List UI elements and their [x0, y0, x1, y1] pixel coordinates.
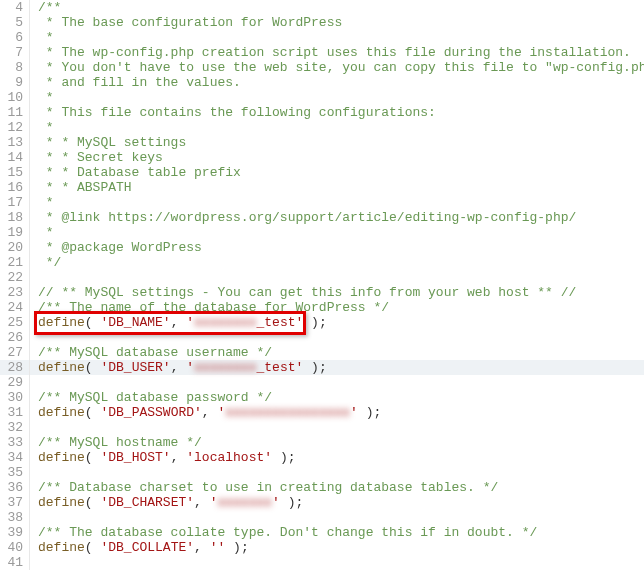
line-number: 34 — [0, 450, 30, 465]
define-value-blurred: xxxxxxx — [217, 495, 272, 510]
code-line[interactable]: 32 — [0, 420, 644, 435]
code-content — [30, 420, 644, 435]
comment-text: * — [38, 120, 54, 135]
line-number: 17 — [0, 195, 30, 210]
comment-text: * * ABSPATH — [38, 180, 132, 195]
code-line[interactable]: 10 * — [0, 90, 644, 105]
comment-text: /** The name of the database for WordPre… — [38, 300, 389, 315]
line-number: 13 — [0, 135, 30, 150]
define-keyword: define — [38, 405, 85, 420]
line-number: 18 — [0, 210, 30, 225]
line-number: 28 — [0, 360, 30, 375]
define-keyword: define — [38, 450, 85, 465]
code-line[interactable]: 23// ** MySQL settings - You can get thi… — [0, 285, 644, 300]
paren-open: ( — [85, 450, 101, 465]
code-content: // ** MySQL settings - You can get this … — [30, 285, 644, 300]
code-line[interactable]: 12 * — [0, 120, 644, 135]
code-content: * — [30, 120, 644, 135]
code-content: define( 'DB_NAME', 'xxxxxxxx_test' ); — [30, 315, 644, 330]
code-line[interactable]: 40define( 'DB_COLLATE', '' ); — [0, 540, 644, 555]
define-key: 'DB_USER' — [100, 360, 170, 375]
code-line[interactable]: 26 — [0, 330, 644, 345]
code-line[interactable]: 36/** Database charset to use in creatin… — [0, 480, 644, 495]
paren-close: ); — [272, 450, 295, 465]
line-number: 26 — [0, 330, 30, 345]
define-key: 'DB_PASSWORD' — [100, 405, 201, 420]
code-line[interactable]: 38 — [0, 510, 644, 525]
define-value: _test — [256, 360, 295, 375]
paren-close: ); — [303, 360, 326, 375]
comment-text: * * MySQL settings — [38, 135, 186, 150]
line-number: 33 — [0, 435, 30, 450]
line-number: 19 — [0, 225, 30, 240]
code-line[interactable]: 13 * * MySQL settings — [0, 135, 644, 150]
comment-text: // ** MySQL settings - You can get this … — [38, 285, 576, 300]
code-line[interactable]: 17 * — [0, 195, 644, 210]
code-line[interactable]: 41 — [0, 555, 644, 570]
code-content: * * ABSPATH — [30, 180, 644, 195]
code-line[interactable]: 16 * * ABSPATH — [0, 180, 644, 195]
line-number: 41 — [0, 555, 30, 570]
code-line[interactable]: 18 * @link https://wordpress.org/support… — [0, 210, 644, 225]
code-content: * — [30, 225, 644, 240]
code-line[interactable]: 14 * * Secret keys — [0, 150, 644, 165]
code-content: define( 'DB_HOST', 'localhost' ); — [30, 450, 644, 465]
code-line[interactable]: 31define( 'DB_PASSWORD', 'xxxxxxxxxxxxxx… — [0, 405, 644, 420]
comment-text: /** Database charset to use in creating … — [38, 480, 498, 495]
line-number: 14 — [0, 150, 30, 165]
code-content: * You don't have to use the web site, yo… — [30, 60, 644, 75]
code-editor[interactable]: 4/**5 * The base configuration for WordP… — [0, 0, 644, 570]
code-line[interactable]: 35 — [0, 465, 644, 480]
line-number: 20 — [0, 240, 30, 255]
comment-text: /** The database collate type. Don't cha… — [38, 525, 537, 540]
comment-text: * You don't have to use the web site, yo… — [38, 60, 644, 75]
comma: , — [171, 360, 187, 375]
line-number: 40 — [0, 540, 30, 555]
code-line[interactable]: 34define( 'DB_HOST', 'localhost' ); — [0, 450, 644, 465]
code-line[interactable]: 29 — [0, 375, 644, 390]
code-line[interactable]: 9 * and fill in the values. — [0, 75, 644, 90]
code-line[interactable]: 33/** MySQL hostname */ — [0, 435, 644, 450]
code-content — [30, 510, 644, 525]
code-line[interactable]: 6 * — [0, 30, 644, 45]
code-line[interactable]: 37define( 'DB_CHARSET', 'xxxxxxx' ); — [0, 495, 644, 510]
code-line[interactable]: 19 * — [0, 225, 644, 240]
define-value: localhost — [194, 450, 264, 465]
comment-text: * @package WordPress — [38, 240, 202, 255]
code-line[interactable]: 20 * @package WordPress — [0, 240, 644, 255]
code-line[interactable]: 11 * This file contains the following co… — [0, 105, 644, 120]
code-line[interactable]: 30/** MySQL database password */ — [0, 390, 644, 405]
define-key: 'DB_NAME' — [100, 315, 170, 330]
comma: , — [171, 450, 187, 465]
code-content: * * MySQL settings — [30, 135, 644, 150]
define-key: 'DB_COLLATE' — [100, 540, 194, 555]
code-line[interactable]: 27/** MySQL database username */ — [0, 345, 644, 360]
code-content: define( 'DB_USER', 'xxxxxxxx_test' ); — [30, 360, 644, 375]
code-content: * — [30, 30, 644, 45]
code-content — [30, 465, 644, 480]
code-line[interactable]: 7 * The wp-config.php creation script us… — [0, 45, 644, 60]
code-content: /** MySQL database username */ — [30, 345, 644, 360]
comment-text: * and fill in the values. — [38, 75, 241, 90]
code-line[interactable]: 4/** — [0, 0, 644, 15]
paren-close: ); — [280, 495, 303, 510]
code-line[interactable]: 15 * * Database table prefix — [0, 165, 644, 180]
code-line[interactable]: 5 * The base configuration for WordPress — [0, 15, 644, 30]
code-content: * @link https://wordpress.org/support/ar… — [30, 210, 644, 225]
code-line[interactable]: 22 — [0, 270, 644, 285]
code-line[interactable]: 8 * You don't have to use the web site, … — [0, 60, 644, 75]
code-line[interactable]: 28define( 'DB_USER', 'xxxxxxxx_test' ); — [0, 360, 644, 375]
comment-text: /** MySQL database password */ — [38, 390, 272, 405]
code-line[interactable]: 39/** The database collate type. Don't c… — [0, 525, 644, 540]
code-line[interactable]: 21 */ — [0, 255, 644, 270]
code-line[interactable]: 25define( 'DB_NAME', 'xxxxxxxx_test' ); — [0, 315, 644, 330]
code-content: define( 'DB_COLLATE', '' ); — [30, 540, 644, 555]
define-keyword: define — [38, 315, 85, 330]
code-line[interactable]: 24/** The name of the database for WordP… — [0, 300, 644, 315]
comment-text: * @link https://wordpress.org/support/ar… — [38, 210, 576, 225]
code-content: /** MySQL hostname */ — [30, 435, 644, 450]
comment-text: /** MySQL database username */ — [38, 345, 272, 360]
comment-text: * — [38, 225, 54, 240]
define-value-blurred: xxxxxxxx — [194, 315, 256, 330]
quote-open: ' — [186, 315, 194, 330]
